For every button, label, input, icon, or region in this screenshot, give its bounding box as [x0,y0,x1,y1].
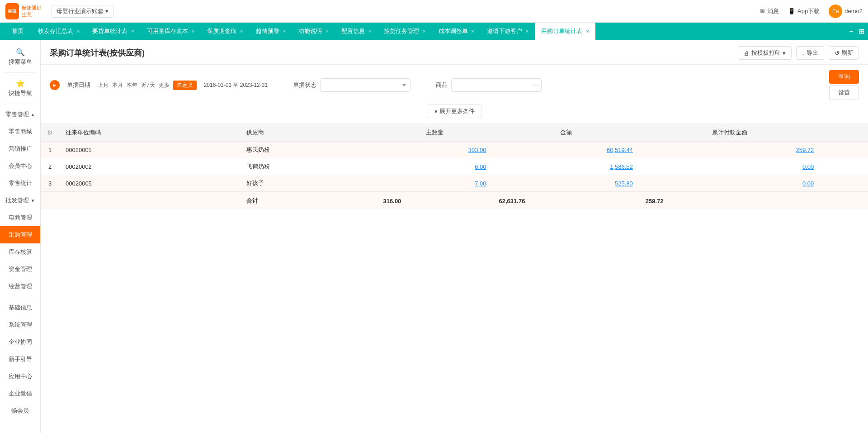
sidebar-item-marketing[interactable]: 营销推广 [0,140,40,157]
row2-paid[interactable]: 0.00 [639,158,820,175]
col-code-header: 往来单位编码 [59,124,240,142]
table-settings-icon[interactable]: ⚙ [47,129,53,136]
sidebar-item-finance[interactable]: 资金管理 [0,261,40,278]
tab-拣货任务管理[interactable]: 拣货任务管理 × [377,23,432,40]
sidebar-item-system[interactable]: 系统管理 [0,316,40,333]
tab-采购订单统计表[interactable]: 采购订单统计表 × [535,23,595,40]
footer-label: 合计 [240,192,377,209]
close-icon[interactable]: × [283,29,286,34]
sidebar-label-member: 畅会员 [11,407,29,415]
filter-toggle-button[interactable]: ▸ [50,80,60,90]
sidebar-label-purchase: 采购管理 [9,231,32,239]
sidebar-item-membership[interactable]: 会员中心 [0,157,40,175]
row2-qty[interactable]: 6.00 [377,158,493,175]
status-filter-field: 单据状态 [293,78,410,92]
user-menu[interactable]: Ea demo2 [829,5,863,18]
tab-邀请下游客户[interactable]: 邀请下游客户 × [481,23,535,40]
shortcut-this-year[interactable]: 本年 [127,81,137,89]
close-icon[interactable]: × [472,29,474,34]
shortcut-more[interactable]: 更多 [159,81,170,89]
sidebar-item-basic-info[interactable]: 基础信息 [0,299,40,316]
search-button[interactable]: 查询 [829,70,859,84]
tab-可用量库存账本[interactable]: 可用量库存账本 × [141,23,201,40]
logo-icon: 标版 [5,3,19,19]
sidebar-label-wholesale: 批发管理 [5,196,29,205]
sidebar-item-newbie[interactable]: 新手引导 [0,351,40,368]
tab-超储预警[interactable]: 超储预警 × [250,23,292,40]
close-icon-active[interactable]: × [586,29,589,34]
app-download-button[interactable]: 📱 App下载 [788,7,820,15]
sidebar-item-wechat[interactable]: 企业微信 [0,385,40,402]
chevron-down-icon: ▾ [434,108,438,115]
refresh-button[interactable]: ↺ 刷新 [829,46,859,60]
tab-成本调整单[interactable]: 成本调整单 × [432,23,481,40]
row1-qty[interactable]: 303.00 [377,142,493,158]
expand-more-button[interactable]: ▾ 展开更多条件 [428,105,481,118]
refresh-icon: ↺ [835,50,840,57]
sidebar-item-inventory[interactable]: 库存核算 [0,243,40,261]
status-select[interactable] [320,78,410,92]
logo-abbr-text: 标版 [8,8,17,14]
page-header: 采购订单统计表(按供应商) 🖨 按模板打印 ▾ ↓ 导出 ↺ 刷新 [41,40,868,65]
print-button[interactable]: 🖨 按模板打印 ▾ [738,46,792,60]
sidebar-item-member[interactable]: 畅会员 [0,402,40,419]
sidebar-item-quicknav[interactable]: ⭐ 快捷导航 [0,75,40,102]
shortcut-this-month[interactable]: 本月 [112,81,123,89]
sidebar-label-membership: 会员中心 [9,162,32,170]
nav-maximize-icon[interactable]: ⊞ [859,27,864,36]
row3-paid[interactable]: 0.00 [639,175,820,192]
goods-input[interactable] [451,78,542,92]
sidebar-label-appstore: 应用中心 [9,372,32,381]
close-icon[interactable]: × [192,29,194,34]
message-button[interactable]: ✉ 消息 [760,7,779,15]
sidebar-label-newbie: 新手引导 [9,355,32,363]
sidebar-item-appstore[interactable]: 应用中心 [0,368,40,385]
sidebar-item-wholesale[interactable]: 批发管理 ▼ [0,192,40,209]
sidebar-item-retail-mgmt[interactable]: 零售管理 ▲ [0,106,40,123]
close-icon[interactable]: × [131,29,134,34]
sidebar-item-search[interactable]: 🔍 搜索菜单 [0,43,40,71]
close-icon[interactable]: × [526,29,528,34]
settings-button[interactable]: 设置 [829,86,859,100]
search-icon: 🔍 [16,48,25,57]
sidebar-item-retail-shop[interactable]: 零售商城 [0,123,40,140]
goods-more-icon[interactable]: ··· [533,81,539,89]
close-icon[interactable]: × [423,29,425,34]
row2-supplier: 飞鹤奶粉 [240,158,377,175]
close-icon[interactable]: × [240,29,243,34]
shortcut-last-month[interactable]: 上月 [98,81,108,89]
tab-要货单统计表[interactable]: 要货单统计表 × [86,23,140,40]
message-icon: ✉ [760,8,765,14]
close-icon[interactable]: × [368,29,371,34]
row2-amount[interactable]: 1,586.52 [493,158,639,175]
row1-amount[interactable]: 60,519.44 [493,142,639,158]
footer-empty1 [41,192,59,209]
custom-date-badge[interactable]: 自定义 [173,81,197,90]
message-label: 消息 [767,7,779,15]
row3-qty[interactable]: 7.00 [377,175,493,192]
tab-保质期查询[interactable]: 保质期查询 × [201,23,249,40]
tab-功能说明[interactable]: 功能说明 × [292,23,335,40]
tab-配置信息[interactable]: 配置信息 × [335,23,377,40]
status-label: 单据状态 [293,81,316,89]
sidebar-label-retailshop: 零售商城 [9,128,32,136]
page-header-actions: 🖨 按模板打印 ▾ ↓ 导出 ↺ 刷新 [738,46,859,60]
row3-amount[interactable]: 525.80 [493,175,639,192]
row1-paid[interactable]: 259.72 [639,142,820,158]
export-button[interactable]: ↓ 导出 [796,46,825,60]
sidebar-item-collaboration[interactable]: 企业协同 [0,333,40,351]
sidebar-item-ecommerce[interactable]: 电商管理 [0,209,40,226]
sidebar-item-retail-stats[interactable]: 零售统计 [0,175,40,192]
tab-收发存汇总表[interactable]: 收发存汇总表 × [32,23,86,40]
tab-home[interactable]: 首页 [4,23,32,40]
goods-input-wrapper: ··· [451,78,542,92]
expand-more-row: ▾ 展开更多条件 [50,105,859,118]
org-selector[interactable]: 母婴行业演示账套 ▾ [52,5,113,18]
shortcut-7days[interactable]: 近7天 [141,81,155,89]
sidebar-item-operation[interactable]: 经营管理 [0,278,40,295]
col-amount-header: 金额 [493,124,639,142]
sidebar-item-purchase[interactable]: 采购管理 [0,226,40,243]
close-icon[interactable]: × [326,29,328,34]
nav-minimize-icon[interactable]: － [848,27,855,36]
close-icon[interactable]: × [77,29,80,34]
